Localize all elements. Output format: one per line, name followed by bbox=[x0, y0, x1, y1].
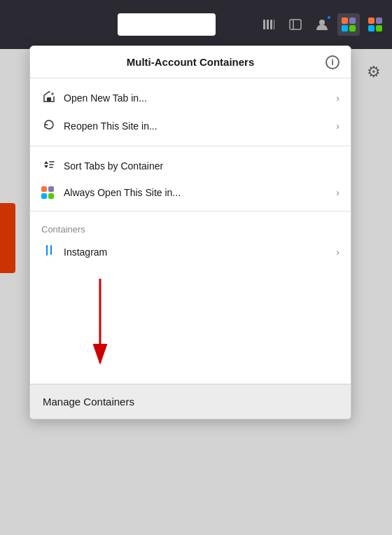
open-tab-icon bbox=[41, 90, 57, 106]
gear-icon[interactable]: ⚙ bbox=[367, 63, 381, 81]
menu-section-2: Sort Tabs by Container Always Open This … bbox=[30, 146, 351, 211]
reopen-chevron: › bbox=[336, 120, 340, 132]
multicontainer-quad-icon bbox=[368, 18, 382, 32]
arrow-area bbox=[30, 272, 351, 384]
instagram-container-item[interactable]: Instagram › bbox=[30, 237, 351, 266]
info-icon[interactable]: i bbox=[326, 55, 340, 69]
sort-icon bbox=[41, 158, 57, 174]
open-new-tab-label: Open New Tab in... bbox=[64, 92, 329, 104]
instagram-container-icon bbox=[41, 244, 57, 260]
sort-tabs-item[interactable]: Sort Tabs by Container bbox=[30, 152, 351, 180]
account-badge bbox=[326, 15, 332, 20]
always-open-label: Always Open This Site in... bbox=[64, 187, 329, 198]
svg-rect-0 bbox=[263, 20, 265, 29]
toolbar-icons bbox=[258, 13, 386, 36]
svg-rect-2 bbox=[270, 20, 272, 29]
svg-rect-4 bbox=[290, 20, 301, 29]
instagram-chevron: › bbox=[336, 246, 340, 258]
reopen-label: Reopen This Site in... bbox=[64, 120, 329, 132]
reopen-icon bbox=[41, 118, 57, 134]
svg-rect-7 bbox=[47, 97, 51, 102]
always-open-item[interactable]: Always Open This Site in... › bbox=[30, 180, 351, 205]
containers-label: Containers bbox=[30, 217, 351, 237]
library-icon[interactable] bbox=[258, 13, 280, 36]
avatar-icon[interactable] bbox=[311, 13, 333, 36]
sidebar-icon[interactable] bbox=[284, 13, 307, 36]
multicontainer-toolbar-icon bbox=[342, 18, 356, 32]
reopen-site-item[interactable]: Reopen This Site in... › bbox=[30, 112, 351, 140]
open-new-tab-item[interactable]: Open New Tab in... › bbox=[30, 84, 351, 112]
always-open-quad bbox=[41, 186, 54, 199]
always-open-icon bbox=[41, 186, 57, 199]
containers-section: Containers Instagram › bbox=[30, 211, 351, 272]
svg-rect-1 bbox=[267, 20, 269, 29]
open-tab-chevron: › bbox=[336, 92, 340, 104]
sort-tabs-label: Sort Tabs by Container bbox=[64, 160, 340, 172]
multicontainer-dropdown: Multi-Account Containers i Open New Tab … bbox=[29, 46, 351, 419]
svg-point-6 bbox=[319, 20, 325, 25]
manage-containers-item[interactable]: Manage Containers bbox=[30, 384, 351, 419]
always-open-chevron: › bbox=[336, 187, 340, 198]
multicontainer-icon[interactable] bbox=[364, 13, 386, 36]
address-bar[interactable] bbox=[118, 13, 216, 36]
menu-section-1: Open New Tab in... › Reopen This Site in… bbox=[30, 78, 351, 146]
browser-toolbar bbox=[0, 0, 392, 49]
svg-rect-10 bbox=[50, 245, 52, 255]
extensions-icon[interactable] bbox=[337, 13, 360, 36]
svg-rect-3 bbox=[274, 20, 274, 29]
instagram-label: Instagram bbox=[64, 246, 329, 258]
dropdown-title: Multi-Account Containers bbox=[127, 56, 255, 68]
sidebar-strip bbox=[0, 203, 15, 273]
manage-containers-label: Manage Containers bbox=[43, 396, 134, 408]
annotation-arrow bbox=[58, 272, 198, 384]
dropdown-header: Multi-Account Containers i bbox=[30, 46, 351, 78]
